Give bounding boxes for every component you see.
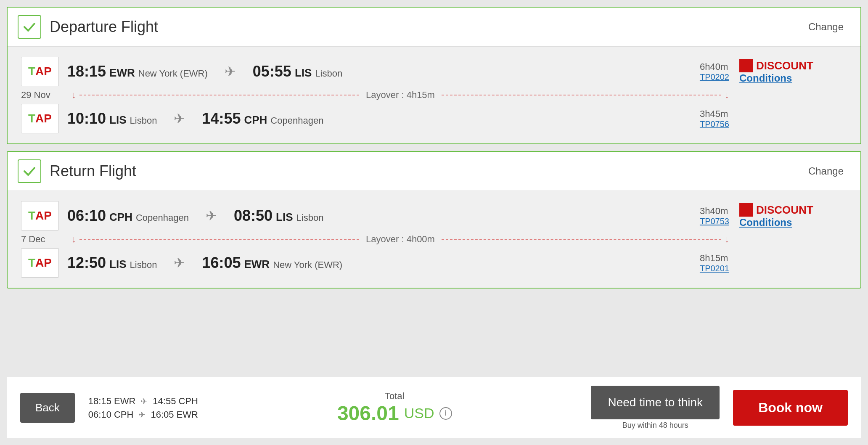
route2-arr: 16:05 EWR [151,409,198,420]
departure-date: 29 Nov [21,90,71,101]
route2-plane-icon: ✈ [138,410,146,420]
dep-layover-text: Layover : 4h15m [359,90,442,101]
return-segment2-row: TAP 12:50 LIS Lisbon ✈ 16:05 EWR New Yor… [21,248,847,278]
ret-dashed-line: Layover : 4h00m [79,234,721,245]
route1-arr: 14:55 CPH [153,396,198,407]
ret-s1-plane-icon: ✈ [206,208,217,224]
return-segment2-main: TAP 12:50 LIS Lisbon ✈ 16:05 EWR New Yor… [21,248,729,278]
route1-dep: 18:15 EWR [88,396,136,407]
ret-conditions-link[interactable]: Conditions [739,217,792,228]
ret-layover-arrow-left: ↓ [71,234,76,245]
departure-check-icon [18,15,41,39]
think-button[interactable]: Need time to think [591,386,720,419]
ret-s2-dep-time: 12:50 [67,254,106,272]
total-label: Total [385,391,404,402]
ret-s2-dep-city: Lisbon [130,260,157,270]
dep-s2-dep-code: LIS [109,114,126,127]
departure-change-button[interactable]: Change [802,18,850,36]
departure-segment1-row: TAP 18:15 EWR New York (EWR) ✈ 05:55 LIS… [21,57,847,86]
return-segment1-info: 06:10 CPH Copenhagen ✈ 08:50 LIS Lisbon [67,207,678,225]
dep-s2-flight-number[interactable]: TP0756 [700,119,729,129]
departure-segment1-info: 18:15 EWR New York (EWR) ✈ 05:55 LIS Lis… [67,63,678,80]
ret-s2-arr-code: EWR [244,258,270,271]
departure-segment2-info: 10:10 LIS Lisbon ✈ 14:55 CPH Copenhagen [67,110,678,127]
dep-s1-arr-city: Lisbon [315,68,342,79]
return-segment1-main: TAP 06:10 CPH Copenhagen ✈ 08:50 LIS Lis… [21,201,729,230]
departure-segment2-main: TAP 10:10 LIS Lisbon ✈ 14:55 CPH Copenha… [21,104,729,133]
departure-title: Departure Flight [50,18,802,36]
departure-airline-logo-1: TAP [21,57,59,86]
dep-s2-arr-code: CPH [244,114,267,127]
ret-s2-plane-icon: ✈ [174,255,185,271]
ret-s2-flight-number[interactable]: TP0201 [700,264,729,273]
dep-s2-dep-time: 10:10 [67,110,106,127]
ret-discount-label: DISCOUNT [739,203,813,217]
ret-s1-arr-time: 08:50 [234,207,273,225]
back-button[interactable]: Back [20,393,75,423]
dep-s1-dep-code: EWR [109,66,135,79]
ret-s1-flight-number[interactable]: TP0753 [700,217,729,226]
ret-discount-col: DISCOUNT Conditions [729,203,847,228]
departure-flight-card: Departure Flight Change TAP 18:15 EWR Ne… [7,7,861,144]
return-segment2-info: 12:50 LIS Lisbon ✈ 16:05 EWR New York (E… [67,254,678,272]
dep-s1-duration-time: 6h40m [700,61,728,72]
return-layover-row: 7 Dec ↓ Layover : 4h00m ↓ [21,230,847,248]
dep-s2-arr-city: Copenhagen [270,115,323,126]
ret-discount-text: DISCOUNT [756,204,813,217]
dep-s2-dep-city: Lisbon [130,115,157,126]
return-date: 7 Dec [21,234,71,245]
route-line-1: 18:15 EWR ✈ 14:55 CPH [88,396,198,407]
dep-s1-arr-code: LIS [295,66,312,79]
dep-s2-duration-time: 3h45m [700,109,728,119]
dep-layover-arrow-right: ↓ [725,90,729,101]
think-column: Need time to think Buy within 48 hours [591,386,720,430]
return-flight-card: Return Flight Change TAP 06:10 CPH Copen… [7,151,861,289]
return-body: TAP 06:10 CPH Copenhagen ✈ 08:50 LIS Lis… [8,191,860,288]
dep-dashed-line: Layover : 4h15m [79,90,721,101]
departure-segment2-row: TAP 10:10 LIS Lisbon ✈ 14:55 CPH Copenha… [21,104,847,133]
route-line-2: 06:10 CPH ✈ 16:05 EWR [88,409,198,420]
route2-dep: 06:10 CPH [88,409,134,420]
dep-s1-plane-icon: ✈ [225,64,236,79]
dep-s1-dep-time: 18:15 [67,63,106,80]
ret-s2-arr-city: New York (EWR) [273,260,342,270]
return-segment1-row: TAP 06:10 CPH Copenhagen ✈ 08:50 LIS Lis… [21,201,847,230]
total-section: Total 306.01 USD i [212,391,578,425]
dep-discount-col: DISCOUNT Conditions [729,59,847,84]
ret-s2-duration: 8h15m TP0201 [700,253,729,273]
book-now-button[interactable]: Book now [733,390,848,426]
return-airline-logo-1: TAP [21,201,59,230]
dep-s1-arr-time: 05:55 [253,63,291,80]
ret-layover-arrow-right: ↓ [725,234,729,245]
total-currency: USD [404,405,434,421]
ret-discount-icon [739,203,753,217]
dep-s1-dep-city: New York (EWR) [138,68,208,79]
dep-discount-icon [739,59,753,72]
ret-s1-duration-time: 3h40m [700,206,728,217]
buy-timer: Buy within 48 hours [622,421,688,430]
departure-segment1-main: TAP 18:15 EWR New York (EWR) ✈ 05:55 LIS… [21,57,729,86]
route-summary: 18:15 EWR ✈ 14:55 CPH 06:10 CPH ✈ 16:05 … [88,396,198,420]
dep-s2-arr-time: 14:55 [202,110,241,127]
return-check-icon [18,159,41,183]
total-amount: 306.01 [337,402,399,425]
departure-body: TAP 18:15 EWR New York (EWR) ✈ 05:55 LIS… [8,47,860,143]
return-airline-logo-2: TAP [21,248,59,278]
dep-discount-text: DISCOUNT [756,59,813,72]
departure-layover-row: 29 Nov ↓ Layover : 4h15m ↓ [21,86,847,104]
ret-s2-arr-time: 16:05 [202,254,241,272]
dep-s1-flight-number[interactable]: TP0202 [700,72,729,82]
info-icon[interactable]: i [439,407,452,420]
ret-s1-arr-code: LIS [276,211,293,224]
departure-header: Departure Flight Change [8,8,860,47]
ret-layover-text: Layover : 4h00m [359,234,442,245]
ret-s1-arr-city: Lisbon [296,212,324,223]
ret-s1-dep-city: Copenhagen [136,212,189,223]
return-change-button[interactable]: Change [802,162,850,180]
bottom-bar: Back 18:15 EWR ✈ 14:55 CPH 06:10 CPH ✈ 1… [7,377,861,438]
dep-conditions-link[interactable]: Conditions [739,72,792,84]
dep-layover-arrow-left: ↓ [71,90,76,101]
ret-s2-duration-time: 8h15m [700,253,728,264]
dep-s1-duration: 6h40m TP0202 [700,61,729,82]
ret-s1-dep-time: 06:10 [67,207,106,225]
